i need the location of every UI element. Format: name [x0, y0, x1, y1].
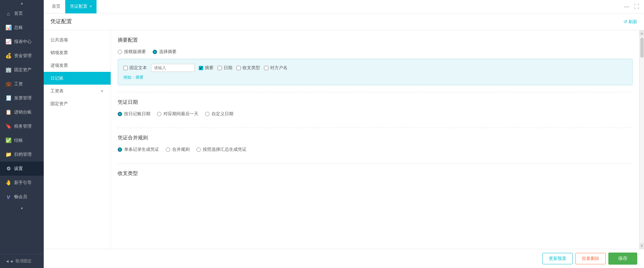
radio-journal-date[interactable]: 按日记账日期 [118, 111, 150, 117]
summary-config-section: 摘要配置 按模版摘要 选择摘要 固定文本 [118, 37, 633, 92]
merge-rules-title: 凭证合并规则 [118, 135, 633, 141]
sidebar-item-funds[interactable]: 💰 资金管理 [0, 49, 44, 63]
tab-close-icon[interactable]: × [89, 4, 92, 9]
checkbox-summary[interactable]: 摘要 [199, 65, 214, 71]
summary-radio-template[interactable]: 按模版摘要 [118, 49, 146, 55]
ledger-icon: 📊 [5, 25, 11, 31]
radio-last-day[interactable]: 对应期间最后一天 [157, 111, 198, 117]
sidebar: ▲ ⌂ 首页 📊 总账 📈 报表中心 💰 资金管理 🏢 固定资产 💼 工资 🧾 … [0, 0, 44, 268]
assets-icon: 🏢 [5, 67, 11, 73]
sidebar-scroll-up[interactable]: ▲ [0, 0, 44, 6]
tab-voucher-config[interactable]: 凭证配置 × [65, 0, 97, 13]
unpin-icon: ◄◄ [5, 259, 13, 264]
radio-custom-date[interactable]: 自定义日期 [205, 111, 233, 117]
radio-select-merge[interactable]: 按照选择汇总生成凭证 [196, 146, 247, 152]
sidebar-item-purchase[interactable]: 📋 进销台账 [0, 105, 44, 119]
radio-single[interactable]: 单条记录生成凭证 [118, 146, 159, 152]
scroll-down-button[interactable]: ▼ [640, 243, 644, 249]
scroll-thumb[interactable] [640, 38, 644, 58]
left-nav-salary[interactable]: 工资表 ▼ [44, 85, 111, 97]
expand-icon: ▼ [100, 89, 104, 93]
sidebar-item-assets[interactable]: 🏢 固定资产 [0, 63, 44, 77]
left-nav-sales[interactable]: 销项发票 [44, 46, 111, 59]
left-nav-purchase[interactable]: 进项发票 [44, 59, 111, 72]
left-nav: 公共选项 销项发票 进项发票 日记账 工资表 ▼ 固定资产 [44, 30, 111, 249]
sidebar-item-ledger[interactable]: 📊 总账 [0, 20, 44, 35]
single-radio[interactable] [118, 147, 122, 152]
income-type-checkbox[interactable] [236, 66, 241, 70]
settle-icon: ✅ [5, 137, 11, 143]
checkbox-date[interactable]: 日期 [218, 65, 232, 71]
tab-home[interactable]: 首页 [47, 0, 65, 13]
page-scrollbar: ▲ ▼ [639, 30, 644, 249]
sidebar-unpin[interactable]: ◄◄ 取消固定 [0, 254, 44, 268]
footer-buttons: 更新预置 批量删除 保存 [44, 249, 644, 268]
sidebar-item-salary[interactable]: 💼 工资 [0, 77, 44, 91]
vip-icon: V [5, 194, 11, 200]
merge-rules-section: 凭证合并规则 单条记录生成凭证 合并规则 按照选择汇总生成凭证 [118, 135, 633, 164]
summary-radio-select[interactable]: 选择摘要 [153, 49, 177, 55]
update-preview-button[interactable]: 更新预置 [542, 253, 573, 264]
example-text: 例如：摘要 [123, 75, 627, 80]
left-nav-assets[interactable]: 固定资产 [44, 97, 111, 110]
checkbox-fixed-text[interactable]: 固定文本 [123, 65, 147, 71]
select-merge-radio[interactable] [196, 147, 201, 152]
sidebar-item-vip[interactable]: V 畅会员 [0, 190, 44, 204]
save-button[interactable]: 保存 [608, 253, 637, 265]
sidebar-item-settings[interactable]: ⚙ 设置 [0, 162, 44, 176]
tab-controls: — ⛶ [622, 3, 641, 10]
settings-icon: ⚙ [5, 166, 11, 172]
voucher-date-radio-group: 按日记账日期 对应期间最后一天 自定义日期 [118, 111, 633, 117]
radio-merge[interactable]: 合并规则 [166, 146, 190, 152]
merge-radio[interactable] [166, 147, 170, 152]
checkbox-counterpart[interactable]: 对方户名 [264, 65, 288, 71]
left-nav-journal[interactable]: 日记账 [44, 72, 111, 85]
voucher-date-title: 凭证日期 [118, 99, 633, 105]
summary-checkbox-row: 固定文本 摘要 日期 收支类型 [123, 64, 627, 72]
journal-date-radio[interactable] [118, 112, 122, 116]
archive-icon: 📁 [5, 151, 11, 158]
summary-select-radio[interactable] [153, 50, 157, 54]
tab-bar: 首页 凭证配置 × — ⛶ [44, 0, 644, 13]
sidebar-item-tax[interactable]: 🔖 税务管理 [0, 119, 44, 133]
page-title: 凭证配置 [50, 18, 72, 25]
voucher-date-section: 凭证日期 按日记账日期 对应期间最后一天 自定义日期 [118, 99, 633, 128]
date-checkbox[interactable] [218, 66, 222, 70]
summary-radio-group: 按模版摘要 选择摘要 [118, 49, 633, 55]
sidebar-scroll-down[interactable]: ▼ [0, 205, 44, 212]
fixed-text-checkbox[interactable] [123, 66, 128, 70]
checkbox-income-type[interactable]: 收支类型 [236, 65, 260, 71]
purchase-icon: 📋 [5, 109, 11, 115]
tax-icon: 🔖 [5, 123, 11, 129]
page-body: 公共选项 销项发票 进项发票 日记账 工资表 ▼ 固定资产 摘要配置 [44, 30, 644, 249]
counterpart-checkbox[interactable] [264, 66, 268, 70]
income-type-title: 收支类型 [118, 170, 633, 177]
sidebar-item-reports[interactable]: 📈 报表中心 [0, 35, 44, 49]
summary-section-title: 摘要配置 [118, 37, 633, 43]
summary-config-box: 固定文本 摘要 日期 收支类型 [118, 59, 633, 85]
sidebar-item-archive[interactable]: 📁 归档管理 [0, 147, 44, 162]
main-wrapper: 首页 凭证配置 × — ⛶ 凭证配置 ↺ 刷新 公共选项 销项发票 进项 [44, 0, 644, 268]
batch-delete-button[interactable]: 批量删除 [575, 253, 606, 264]
sidebar-item-invoice[interactable]: 🧾 发票管理 [0, 91, 44, 105]
last-day-radio[interactable] [157, 112, 161, 116]
tab-expand-button[interactable]: ⛶ [633, 3, 641, 10]
summary-template-radio[interactable] [118, 50, 122, 54]
invoice-icon: 🧾 [5, 95, 11, 101]
left-nav-public[interactable]: 公共选项 [44, 34, 111, 46]
salary-icon: 💼 [5, 81, 11, 87]
scroll-up-button[interactable]: ▲ [640, 30, 644, 36]
sidebar-item-home[interactable]: ⌂ 首页 [0, 6, 44, 20]
tab-minimize-button[interactable]: — [622, 3, 631, 10]
custom-date-radio[interactable] [205, 112, 210, 116]
sidebar-bottom: ◄◄ 取消固定 [0, 254, 44, 268]
summary-checkbox[interactable] [199, 66, 203, 70]
fixed-text-input[interactable] [151, 64, 195, 72]
sidebar-item-guide[interactable]: 🤚 新手引导 [0, 176, 44, 190]
content-header: 凭证配置 ↺ 刷新 [44, 13, 644, 30]
income-type-section: 收支类型 [118, 170, 633, 189]
sidebar-item-settle[interactable]: ✅ 结账 [0, 133, 44, 147]
refresh-button[interactable]: ↺ 刷新 [623, 19, 637, 25]
reports-icon: 📈 [5, 39, 11, 45]
guide-icon: 🤚 [5, 180, 11, 186]
